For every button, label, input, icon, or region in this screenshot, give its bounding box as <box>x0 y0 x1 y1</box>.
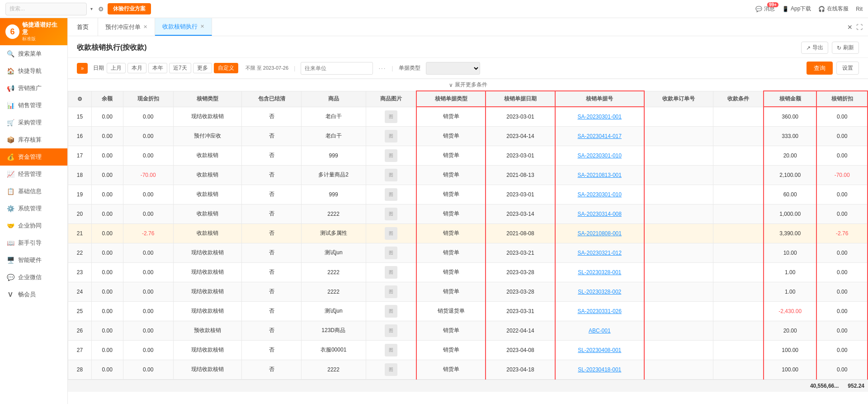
cell-payment-cond <box>713 321 764 340</box>
app-download-btn[interactable]: 📱 App下载 <box>782 5 811 13</box>
sidebar-item-sales[interactable]: 📊 销售管理 <box>0 97 67 114</box>
cell-payment-cond <box>713 165 764 185</box>
dropdown-arrow-icon[interactable]: ▾ <box>90 6 93 11</box>
header-right: 💬 消息 99+ 📱 App下载 🎧 在线客服 Rit <box>755 5 863 13</box>
query-button[interactable]: 查询 <box>807 62 833 75</box>
sidebar-item-inventory[interactable]: 📦 库存核算 <box>0 131 67 148</box>
sidebar-item-search[interactable]: 🔍 搜索菜单 <box>0 45 67 62</box>
cell-discount: 0.00 <box>816 243 868 262</box>
tab-prepay[interactable]: 预付冲应付单 ✕ <box>98 18 155 36</box>
sidebar-item-hardware[interactable]: 🖥️ 智能硬件 <box>0 252 67 269</box>
export-button[interactable]: ↗ 导出 <box>801 42 828 54</box>
cell-bill-no[interactable]: SL-20230408-001 <box>555 340 644 360</box>
sidebar-item-operations[interactable]: 📈 经营管理 <box>0 166 67 183</box>
sidebar-item-marketing[interactable]: 📢 营销推广 <box>0 80 67 97</box>
cell-bill-date: 2023-03-21 <box>486 243 555 262</box>
cell-order-no <box>644 107 713 126</box>
sidebar-item-quick-nav[interactable]: 🏠 快捷导航 <box>0 62 67 80</box>
cell-bill-no[interactable]: SL-20230328-001 <box>555 262 644 282</box>
tab-collection[interactable]: 收款核销执行 ✕ <box>155 18 212 36</box>
search-bar[interactable]: 搜索... <box>5 3 87 15</box>
cell-product-img: 图 <box>366 165 416 185</box>
cell-bill-no[interactable]: SL-20230328-002 <box>555 282 644 301</box>
cell-discount: 0.00 <box>816 301 868 321</box>
cell-bill-type: 销货单 <box>416 282 486 301</box>
cell-bill-no[interactable]: SA-20230301-001 <box>555 107 644 126</box>
cell-bill-no[interactable]: SA-20230301-010 <box>555 146 644 165</box>
tab-bar-right: ✕ ⛶ <box>847 24 868 31</box>
sidebar-item-basic-info[interactable]: 📋 基础信息 <box>0 183 67 200</box>
cell-bill-no[interactable]: SL-20230418-001 <box>555 360 644 379</box>
finance-icon: 💰 <box>6 153 14 161</box>
partner-input[interactable] <box>301 62 373 75</box>
sidebar-item-finance[interactable]: 💰 资金管理 <box>0 148 67 166</box>
tab-collection-close[interactable]: ✕ <box>200 24 204 29</box>
basic-info-icon: 📋 <box>6 188 14 195</box>
more-date-btn[interactable]: 更多 <box>193 63 212 73</box>
settings-icon[interactable]: ⚙ <box>98 5 104 13</box>
custom-date-btn[interactable]: 自定义 <box>214 63 238 73</box>
cell-discount: 0.00 <box>816 126 868 146</box>
cell-type: 现结收款核销 <box>173 262 242 282</box>
tab-home[interactable]: 首页 <box>68 18 98 36</box>
sidebar-item-purchase[interactable]: 🛒 采购管理 <box>0 114 67 131</box>
sidebar-item-label: 新手引导 <box>18 239 42 247</box>
cell-bill-no[interactable]: SA-20230331-026 <box>555 301 644 321</box>
cell-product: 老白干 <box>301 107 366 126</box>
cell-settled: 否 <box>242 107 301 126</box>
table-settings-button[interactable]: 设置 <box>836 62 859 75</box>
this-month-btn[interactable]: 本月 <box>127 63 146 73</box>
cell-settled: 否 <box>242 185 301 204</box>
cell-bill-no[interactable]: SA-20210813-001 <box>555 165 644 185</box>
cell-payment-cond <box>713 340 764 360</box>
cell-bill-no[interactable]: SA-20230314-008 <box>555 204 644 223</box>
sidebar-item-member[interactable]: V 畅会员 <box>0 286 67 303</box>
cell-amount: 20.00 <box>764 321 816 340</box>
industry-button[interactable]: 休验行业方案 <box>108 3 151 14</box>
table-row: 23 0.00 0.00 现结收款核销 否 2222 图 销货单 2023-03… <box>68 262 868 282</box>
cell-settled: 否 <box>242 223 301 243</box>
logo-subtitle: 标准版 <box>22 36 62 42</box>
cell-bill-no[interactable]: SA-20230301-010 <box>555 185 644 204</box>
filter-action-buttons: 查询 设置 <box>807 62 859 75</box>
sidebar-item-wechat[interactable]: 💬 企业微信 <box>0 269 67 286</box>
cell-order-no <box>644 262 713 282</box>
sidebar-item-enterprise[interactable]: 🤝 企业协同 <box>0 217 67 234</box>
cell-id: 23 <box>68 262 92 282</box>
cell-bill-no[interactable]: SA-20230321-012 <box>555 243 644 262</box>
tab-prepay-close[interactable]: ✕ <box>143 24 147 30</box>
last-month-btn[interactable]: 上月 <box>107 63 126 73</box>
expand-more-bar[interactable]: ∨ 展开更多条件 <box>68 79 868 90</box>
cell-bill-date: 2021-08-08 <box>486 223 555 243</box>
cell-settled: 否 <box>242 340 301 360</box>
cell-order-no <box>644 321 713 340</box>
cell-cash-discount: 0.00 <box>123 146 173 165</box>
cell-product: 999 <box>301 185 366 204</box>
total-discount: 952.24 <box>848 383 864 389</box>
maximize-icon[interactable]: ⛶ <box>856 24 863 31</box>
cell-payment-cond <box>713 243 764 262</box>
sidebar-item-system[interactable]: ⚙️ 系统管理 <box>0 200 67 217</box>
sidebar-item-label: 系统管理 <box>18 204 42 213</box>
cell-bill-no[interactable]: ABC-001 <box>555 321 644 340</box>
table-row: 20 0.00 0.00 收款核销 否 2222 图 销货单 2023-03-1… <box>68 204 868 223</box>
refresh-button[interactable]: ↻ 刷新 <box>832 42 859 54</box>
th-settings[interactable]: ⚙ <box>68 91 92 107</box>
cell-bill-no[interactable]: SA-20230414-017 <box>555 126 644 146</box>
cell-discount: -2.76 <box>816 223 868 243</box>
message-btn[interactable]: 💬 消息 99+ <box>755 5 775 13</box>
page-title: 收款核销执行(按收款) <box>77 43 147 52</box>
cell-bill-no[interactable]: SA-20210808-001 <box>555 223 644 243</box>
cell-id: 16 <box>68 126 92 146</box>
home-icon: 🏠 <box>6 67 14 75</box>
table-row: 18 0.00 -70.00 收款核销 否 多计量商品2 图 销货单 2021-… <box>68 165 868 185</box>
this-year-btn[interactable]: 本年 <box>148 63 167 73</box>
sidebar-item-guide[interactable]: 📖 新手引导 <box>0 234 67 252</box>
online-support-btn[interactable]: 🎧 在线客服 <box>818 5 849 13</box>
hardware-icon: 🖥️ <box>6 257 14 264</box>
cell-amount: 1,000.00 <box>764 204 816 223</box>
bill-type-select[interactable] <box>426 62 480 75</box>
close-window-icon[interactable]: ✕ <box>847 24 853 31</box>
filter-toggle-button[interactable]: » <box>77 63 88 74</box>
last-7-days-btn[interactable]: 近7天 <box>169 63 191 73</box>
